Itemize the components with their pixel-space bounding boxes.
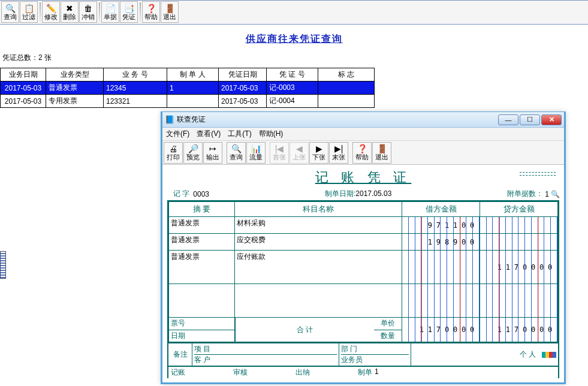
main-toolbar: 🔍查询 📋过滤 ✏️修改 ✖删除 🗑冲销 📄单据 📑凭证 ❓帮助 🚪退出 [0, 1, 588, 25]
voucher-dialog: 📘 联查凭证 — ☐ ✕ 文件(F) 查看(V) 工具(T) 帮助(H) 🖨打印… [161, 111, 566, 384]
sw-退出-button[interactable]: 🚪退出 [372, 142, 391, 164]
shenhe-label: 审核 [233, 367, 248, 378]
color-swatch[interactable] [542, 352, 556, 358]
dialog-menu: 文件(F) 查看(V) 工具(T) 帮助(H) [162, 128, 564, 141]
grid-header[interactable]: 凭 证 号 [267, 68, 318, 82]
col-debit: 借方金额 [402, 202, 480, 217]
voucher-date: 2017.05.03 [355, 189, 391, 198]
x-icon: ✖ [66, 4, 73, 13]
zhidan-label: 制单 [358, 367, 372, 378]
menu-view[interactable]: 查看(V) [197, 129, 221, 139]
credit-total: 1170000 [480, 318, 557, 342]
grid-header[interactable]: 业务类型 [46, 68, 104, 82]
heji-label: 合 计 [235, 318, 374, 342]
sw-打印-button[interactable]: 🖨打印 [164, 142, 183, 164]
sw-查询-button[interactable]: 🔍查询 [227, 142, 246, 164]
yewuyuan-label: 业务员 [341, 355, 409, 365]
debit-total: 1170000 [402, 318, 480, 342]
voucher-type-label: 记 字 [173, 189, 189, 199]
sw-上张-button: ◀上张 [290, 142, 309, 164]
shuliang-label: 数量 [374, 330, 402, 342]
query-button[interactable]: 🔍查询 [1, 1, 19, 23]
geren-label: 个 人 [520, 349, 536, 360]
filter-icon: 📋 [24, 4, 34, 13]
binoculars-icon: 🔍 [5, 4, 16, 13]
minimize-button[interactable]: — [498, 114, 518, 125]
trash-icon: 🗑 [84, 4, 92, 13]
sw-末张-button[interactable]: ▶|末张 [329, 142, 348, 164]
kehu-label: 客 户 [194, 355, 337, 365]
voucher-row[interactable]: 普通发票应交税费198900 [169, 234, 558, 251]
menu-file[interactable]: 文件(F) [166, 129, 189, 139]
dialog-title: 联查凭证 [177, 114, 206, 125]
voucher-table: 摘 要 科目名称 借方金额 贷方金额 普通发票材料采购971100普通发票应交税… [168, 201, 558, 342]
grid-header[interactable]: 业 务 号 [104, 68, 167, 82]
grid-header[interactable]: 凭证日期 [219, 68, 267, 82]
sw-下张-button[interactable]: ▶下张 [309, 142, 328, 164]
sw-首张-button: |◀首张 [270, 142, 289, 164]
exit-button[interactable]: 🚪退出 [161, 1, 179, 23]
col-credit: 贷方金额 [480, 202, 558, 217]
col-subject: 科目名称 [235, 202, 402, 217]
grid-header[interactable]: 标 志 [318, 68, 375, 82]
riqi-label: 日期 [169, 330, 231, 342]
doc-button[interactable]: 📄单据 [101, 1, 119, 23]
exit-icon: 🚪 [165, 4, 175, 13]
help-button[interactable]: ❓帮助 [142, 1, 160, 23]
attach-label: 附单据数： [507, 189, 543, 199]
maximize-button[interactable]: ☐ [520, 114, 540, 125]
sw-输出-button[interactable]: ↦输出 [203, 142, 222, 164]
danjia-label: 单价 [374, 318, 402, 330]
voucher-button[interactable]: 📑凭证 [120, 1, 138, 23]
left-ruler [0, 251, 6, 279]
beizhu-label: 备注 [168, 343, 192, 366]
voucher-row[interactable]: 普通发票材料采购971100 [169, 217, 558, 234]
edit-button[interactable]: ✏️修改 [42, 1, 60, 23]
record-count: 凭证总数：2 张 [0, 52, 588, 64]
document-icon: 📄 [105, 4, 116, 13]
chuna-label: 出纳 [295, 367, 310, 378]
grid-header[interactable]: 业务日期 [1, 68, 46, 82]
zhidan-value: 1 [375, 367, 379, 378]
voucher-title: 记 账 凭 证 [162, 168, 564, 186]
table-row[interactable]: 2017-05-03专用发票1233212017-05-03记-0004 [1, 95, 375, 108]
reverse-button[interactable]: 🗑冲销 [79, 1, 97, 23]
voucher-number: 0003 [193, 190, 209, 198]
menu-help[interactable]: 帮助(H) [259, 129, 284, 139]
grid-header[interactable]: 制 单 人 [167, 68, 219, 82]
xiangmu-label: 项 目 [194, 344, 337, 355]
voucher-date-label: 制单日期: [325, 189, 355, 198]
voucher-row[interactable]: 普通发票应付账款1170000 [169, 251, 558, 284]
delete-button[interactable]: ✖删除 [61, 1, 79, 23]
bumen-label: 部 门 [341, 344, 409, 355]
close-button[interactable]: ✕ [541, 114, 562, 125]
pencil-icon: ✏️ [46, 4, 56, 13]
sw-预览-button[interactable]: 🔎预览 [183, 142, 203, 164]
piao-label: 票号 [169, 318, 231, 330]
menu-tools[interactable]: 工具(T) [228, 129, 251, 139]
voucher-row[interactable] [169, 284, 558, 318]
sw-流量-button[interactable]: 📊流量 [246, 142, 266, 164]
dialog-titlebar[interactable]: 📘 联查凭证 — ☐ ✕ [162, 112, 564, 128]
result-grid[interactable]: 业务日期业务类型业 务 号制 单 人凭证日期凭 证 号标 志 2017-05-0… [0, 68, 375, 108]
help-icon: ❓ [146, 4, 156, 13]
col-summary: 摘 要 [169, 202, 235, 217]
jizhang-label: 记账 [171, 367, 185, 378]
magnifier-icon[interactable]: 🔍 [551, 190, 559, 198]
sw-帮助-button[interactable]: ❓帮助 [352, 142, 372, 164]
filter-button[interactable]: 📋过滤 [20, 1, 38, 23]
app-icon: 📘 [165, 115, 174, 124]
dialog-toolbar: 🖨打印🔎预览↦输出🔍查询📊流量|◀首张◀上张▶下张▶|末张❓帮助🚪退出 [162, 141, 564, 165]
attach-count: 1 [545, 190, 549, 198]
voucher-icon: 📑 [124, 4, 134, 13]
dash-ornament [520, 172, 556, 176]
page-title: 供应商往来凭证查询 [0, 33, 588, 46]
table-row[interactable]: 2017-05-03普通发票1234512017-05-03记-0003 [1, 82, 375, 95]
